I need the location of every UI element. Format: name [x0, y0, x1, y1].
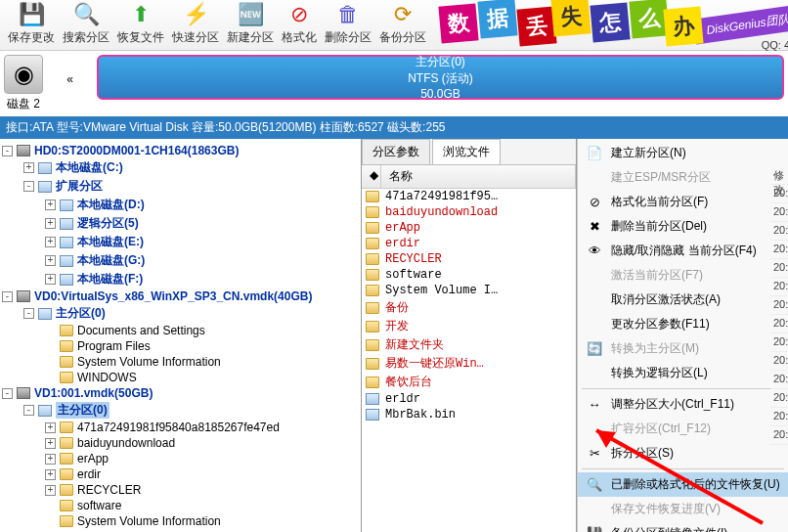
arrow-icon: « [43, 55, 97, 86]
col-icon[interactable]: ◆ [362, 165, 381, 188]
drv-icon [38, 405, 52, 417]
file-item[interactable]: 易数一键还原Win… [362, 354, 576, 373]
tree-node[interactable]: +本地磁盘(F:) [2, 270, 359, 288]
backup-button[interactable]: ⟳备份分区 [375, 0, 430, 48]
banner-char: 数 [438, 3, 478, 43]
tree-toggle[interactable]: + [45, 485, 56, 496]
tree-node[interactable]: -VD1:001.vmdk(50GB) [2, 385, 359, 401]
tab-params[interactable]: 分区参数 [362, 139, 430, 164]
search-button[interactable]: 🔍搜索分区 [59, 0, 113, 48]
tree-toggle[interactable]: + [45, 255, 56, 266]
menu-del[interactable]: ✖删除当前分区(Del) [578, 214, 788, 239]
tree-node[interactable]: +逻辑分区(5) [2, 214, 359, 233]
tree-node[interactable]: +本地磁盘(D:) [2, 196, 359, 214]
menu-split[interactable]: ✂拆分分区(S) [578, 441, 788, 466]
tree-toggle[interactable]: + [45, 218, 56, 229]
file-name: baiduyundownload [385, 205, 498, 219]
tree-node[interactable]: +baiduyundownload [2, 435, 359, 451]
tree-node[interactable]: +erdir [2, 466, 359, 482]
menu-new-part[interactable]: 📄建立新分区(N) [578, 141, 788, 165]
file-item[interactable]: System Volume I… [362, 283, 576, 298]
recover-button[interactable]: ⬆恢复文件 [113, 0, 168, 48]
tree-label: System Volume Information [77, 355, 221, 369]
new-button[interactable]: 🆕新建分区 [223, 0, 278, 48]
tree-label: 本地磁盘(G:) [77, 252, 145, 269]
menu-label: 格式化当前分区(F) [611, 194, 708, 210]
menu-deact[interactable]: 取消分区激活状态(A) [578, 288, 788, 312]
tree-node[interactable]: -扩展分区 [2, 177, 359, 196]
backup-icon: ⟳ [389, 1, 416, 28]
banner-char: 丢 [516, 6, 556, 46]
folder-icon [366, 253, 379, 265]
delete-button[interactable]: 🗑删除分区 [321, 0, 375, 48]
menu-label: 转换为逻辑分区(L) [611, 365, 708, 381]
partition-bar[interactable]: 主分区(0) NTFS (活动) 50.0GB [97, 55, 784, 100]
tree-node[interactable]: -HD0:ST2000DM001-1CH164(1863GB) [2, 143, 359, 158]
tree-node[interactable]: +RECYCLER [2, 482, 359, 498]
tree-toggle[interactable]: + [23, 162, 34, 173]
tree-node[interactable]: +471a72491981f95840a8185267fe47ed [2, 420, 359, 435]
tree-node[interactable]: +本地磁盘(C:) [2, 158, 359, 177]
col-name[interactable]: 名称 [381, 165, 576, 188]
tree-toggle[interactable]: + [45, 237, 56, 247]
tree-toggle[interactable]: + [45, 422, 56, 433]
tree-toggle[interactable]: + [45, 200, 56, 210]
tree-toggle[interactable]: - [23, 405, 34, 416]
tree-node[interactable]: +本地磁盘(G:) [2, 251, 359, 270]
meta-cell: 20: [770, 222, 788, 241]
format-button[interactable]: ⊘格式化 [278, 0, 321, 48]
menu-params[interactable]: 更改分区参数(F11) [578, 312, 788, 336]
tree-toggle[interactable]: + [45, 274, 56, 285]
tree-node[interactable]: Documents and Settings [2, 323, 359, 338]
tree-node[interactable]: System Volume Information [2, 513, 359, 529]
tree-node[interactable]: -主分区(0) [2, 401, 359, 420]
quick-button[interactable]: ⚡快速分区 [168, 0, 223, 48]
file-icon [366, 409, 379, 421]
tree-toggle[interactable]: - [2, 146, 13, 156]
tree-toggle[interactable]: - [23, 308, 34, 319]
main-area: -HD0:ST2000DM001-1CH164(1863GB)+本地磁盘(C:)… [0, 139, 788, 532]
tree-node[interactable]: +本地磁盘(E:) [2, 233, 359, 251]
save-button[interactable]: 💾保存更改 [4, 0, 59, 48]
file-name: 471a72491981f95… [385, 190, 498, 203]
tree-node[interactable]: -主分区(0) [2, 304, 359, 323]
tree-node[interactable]: System Volume Information [2, 354, 359, 370]
file-item[interactable]: 开发 [362, 317, 576, 335]
disk-tree[interactable]: -HD0:ST2000DM001-1CH164(1863GB)+本地磁盘(C:)… [0, 139, 362, 532]
tree-node[interactable]: WINDOWS [2, 370, 359, 385]
file-item[interactable]: MbrBak.bin [362, 407, 576, 422]
file-item[interactable]: 471a72491981f95… [362, 189, 576, 204]
menu-backup[interactable]: 💾备份分区到镜像文件(I) [578, 521, 788, 532]
file-item[interactable]: erdir [362, 236, 576, 251]
file-item[interactable]: erApp [362, 220, 576, 236]
menu-log[interactable]: 转换为逻辑分区(L) [578, 361, 788, 385]
file-item[interactable]: baiduyundownload [362, 204, 576, 220]
tree-node[interactable]: software [2, 498, 359, 513]
format-label: 格式化 [282, 29, 317, 46]
menu-resize[interactable]: ↔调整分区大小(Ctrl_F11) [578, 392, 788, 417]
tree-toggle[interactable]: - [23, 181, 34, 192]
tree-node[interactable]: Program Files [2, 338, 359, 354]
menu-format[interactable]: ⊘格式化当前分区(F) [578, 190, 788, 214]
tab-browse[interactable]: 浏览文件 [432, 139, 501, 164]
file-item[interactable]: software [362, 267, 576, 283]
file-list[interactable]: 471a72491981f95…baiduyundownloaderApperd… [362, 189, 576, 532]
right-meta-column: 修改20:20:20:20:20:20:20:20:20:20:20:20:20… [770, 166, 788, 445]
file-item[interactable]: 备份 [362, 298, 576, 317]
tree-label: baiduyundownload [77, 436, 175, 450]
file-item[interactable]: RECYCLER [362, 251, 576, 267]
tree-toggle[interactable]: + [45, 454, 56, 465]
tree-toggle[interactable]: + [45, 469, 56, 480]
tree-toggle[interactable]: - [2, 388, 13, 399]
menu-icon: 👁 [586, 244, 603, 259]
tree-toggle[interactable]: + [45, 438, 56, 449]
menu-hide[interactable]: 👁隐藏/取消隐藏 当前分区(F4) [578, 239, 788, 263]
tree-toggle[interactable]: - [2, 291, 13, 302]
banner-char: 怎 [590, 2, 630, 42]
file-item[interactable]: 餐饮后台 [362, 373, 576, 391]
menu-recover[interactable]: 🔍已删除或格式化后的文件恢复(U) [578, 472, 788, 497]
tree-node[interactable]: -VD0:VirtualSys_x86_WinXP_SP3_CN.vmdk(40… [2, 288, 359, 304]
file-item[interactable]: 新建文件夹 [362, 335, 576, 354]
file-item[interactable]: erldr [362, 391, 576, 407]
tree-node[interactable]: +erApp [2, 451, 359, 466]
